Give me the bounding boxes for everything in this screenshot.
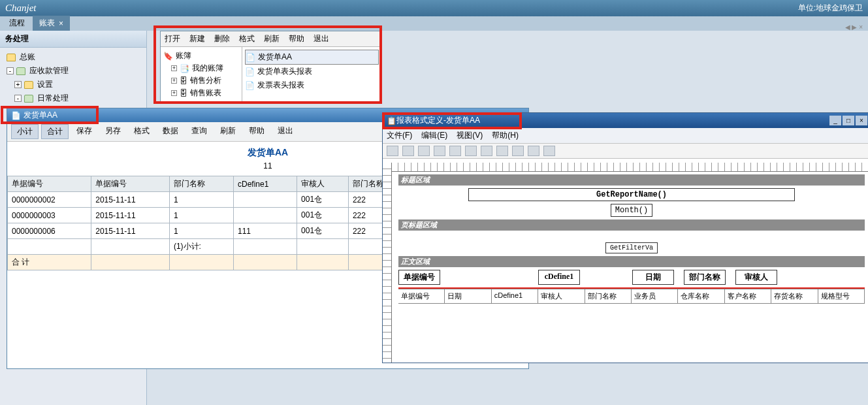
menu-file[interactable]: 文件(F) bbox=[387, 130, 412, 141]
tool-icon[interactable] bbox=[496, 146, 508, 156]
tree-item[interactable]: +📑我的账簿 bbox=[163, 62, 239, 74]
vertical-ruler bbox=[383, 163, 392, 363]
col-header[interactable]: 部门名称 bbox=[169, 176, 233, 192]
data-col: 仓库名称 bbox=[678, 289, 724, 303]
menu-help[interactable]: 帮助(H) bbox=[492, 130, 519, 141]
save-icon[interactable] bbox=[387, 146, 398, 156]
tool-icon[interactable] bbox=[512, 146, 524, 156]
paste-icon[interactable] bbox=[418, 146, 430, 156]
section-title: 标题区域 bbox=[398, 174, 865, 186]
menu-view[interactable]: 视图(V) bbox=[457, 130, 483, 141]
menu-edit[interactable]: 编辑(E) bbox=[421, 130, 447, 141]
data-col: cDefine1 bbox=[492, 289, 538, 303]
menu-refresh[interactable]: 刷新 bbox=[264, 33, 280, 44]
tb-data[interactable]: 数据 bbox=[157, 124, 184, 139]
book-list: 📄发货单AA 📄发货单表头报表 📄发票表头报表 bbox=[242, 47, 381, 102]
tb-exit[interactable]: 退出 bbox=[272, 124, 298, 139]
header-field[interactable]: 日期 bbox=[632, 270, 674, 285]
tool-icon[interactable] bbox=[465, 146, 477, 156]
tool-icon[interactable] bbox=[528, 146, 539, 156]
close-icon[interactable]: × bbox=[856, 116, 867, 125]
section-pagehead: 页标题区域 bbox=[398, 219, 865, 231]
format-window: 📋 报表格式定义-发货单AA _ □ × 文件(F) 编辑(E) 视图(V) 帮… bbox=[382, 112, 868, 363]
data-col: 规格型号 bbox=[818, 289, 865, 303]
tool-icon[interactable] bbox=[543, 146, 555, 156]
col-header[interactable]: cDefine1 bbox=[234, 176, 297, 192]
maximize-icon[interactable]: □ bbox=[843, 116, 854, 125]
tb-help[interactable]: 帮助 bbox=[244, 124, 270, 139]
field-reportname[interactable]: GetReportName() bbox=[468, 188, 795, 201]
field-month[interactable]: Month() bbox=[611, 204, 652, 217]
tab-report[interactable]: 账表 × bbox=[33, 16, 70, 31]
col-header[interactable]: 单据编号 bbox=[91, 176, 170, 192]
main-tabstrip: 流程 账表 × ◀ ▶ × bbox=[0, 16, 868, 31]
app-titlebar: Chanjet 单位:地球金鸡保卫 bbox=[0, 0, 868, 16]
book-tree: 🔖账簿 +📑我的账簿 +🗄销售分析 +🗄销售账表 bbox=[161, 47, 242, 102]
header-field[interactable]: 单据编号 bbox=[398, 270, 440, 285]
tree-root[interactable]: 🔖账簿 bbox=[163, 50, 239, 62]
sidebar-header: 务处理 bbox=[0, 31, 146, 48]
menu-help[interactable]: 帮助 bbox=[289, 33, 304, 44]
menu-format[interactable]: 格式 bbox=[239, 33, 255, 44]
main-area: 打开 新建 删除 格式 刷新 帮助 退出 🔖账簿 +📑我的账簿 +🗄销售分析 +… bbox=[147, 31, 868, 405]
tb-save[interactable]: 保存 bbox=[71, 124, 97, 139]
col-header[interactable]: 审核人 bbox=[297, 176, 349, 192]
tool-icon[interactable] bbox=[449, 146, 461, 156]
tab-flow[interactable]: 流程 bbox=[3, 16, 31, 31]
sidebar-item[interactable]: -日常处理 bbox=[0, 91, 146, 105]
tool-icon[interactable] bbox=[481, 146, 492, 156]
section-body: 正文区域 bbox=[398, 256, 865, 267]
data-col: 部门名称 bbox=[585, 289, 632, 303]
header-field[interactable]: cDefine1 bbox=[538, 270, 580, 285]
sidebar-item[interactable]: 总账 bbox=[0, 50, 146, 64]
menu-exit[interactable]: 退出 bbox=[313, 33, 329, 44]
menu-new[interactable]: 新建 bbox=[189, 33, 205, 44]
list-item-selected[interactable]: 📄发货单AA bbox=[245, 50, 379, 65]
book-menu: 打开 新建 删除 格式 刷新 帮助 退出 bbox=[161, 31, 381, 47]
header-field[interactable]: 部门名称 bbox=[684, 270, 726, 285]
tree-item[interactable]: +🗄销售账表 bbox=[163, 87, 239, 99]
close-icon[interactable]: × bbox=[59, 19, 63, 28]
horizontal-ruler bbox=[392, 163, 868, 172]
menu-open[interactable]: 打开 bbox=[165, 33, 180, 44]
col-header[interactable]: 单据编号 bbox=[8, 176, 91, 192]
icon-toolbar bbox=[383, 144, 868, 159]
tabstrip-controls[interactable]: ◀ ▶ × bbox=[845, 24, 868, 31]
data-columns: 单据编号日期cDefine1审核人部门名称业务员仓库名称客户名称存货名称规格型号 bbox=[398, 289, 865, 304]
unit-label: 单位:地球金鸡保卫 bbox=[798, 3, 863, 14]
tool-icon[interactable] bbox=[434, 146, 445, 156]
data-col: 存货名称 bbox=[771, 289, 818, 303]
menu-delete[interactable]: 删除 bbox=[214, 33, 230, 44]
tb-refresh[interactable]: 刷新 bbox=[215, 124, 241, 139]
tb-format[interactable]: 格式 bbox=[129, 124, 155, 139]
tb-saveas[interactable]: 另存 bbox=[100, 124, 126, 139]
field-filter[interactable]: GetFilterVa bbox=[605, 242, 658, 253]
data-col: 单据编号 bbox=[398, 289, 445, 303]
tb-query[interactable]: 查询 bbox=[186, 124, 212, 139]
sidebar-item[interactable]: +设置 bbox=[0, 78, 146, 91]
book-panel: 打开 新建 删除 格式 刷新 帮助 退出 🔖账簿 +📑我的账簿 +🗄销售分析 +… bbox=[160, 31, 382, 103]
sidebar-item[interactable]: -应收款管理 bbox=[0, 64, 146, 78]
list-item[interactable]: 📄发货单表头报表 bbox=[245, 65, 379, 78]
data-col: 日期 bbox=[445, 289, 491, 303]
menubar: 文件(F) 编辑(E) 视图(V) 帮助(H) bbox=[383, 128, 868, 144]
list-item[interactable]: 📄发票表头报表 bbox=[245, 78, 379, 92]
data-col: 审核人 bbox=[538, 289, 585, 303]
copy-icon[interactable] bbox=[402, 146, 414, 156]
tb-subtotal[interactable]: 小计 bbox=[11, 124, 39, 139]
brand-logo: Chanjet bbox=[5, 3, 37, 14]
minimize-icon[interactable]: _ bbox=[829, 116, 841, 125]
data-col: 业务员 bbox=[632, 289, 678, 303]
header-field[interactable]: 审核人 bbox=[735, 270, 777, 285]
window-title[interactable]: 📋 报表格式定义-发货单AA _ □ × bbox=[383, 113, 868, 128]
tb-total[interactable]: 合计 bbox=[41, 124, 69, 139]
data-col: 客户名称 bbox=[725, 289, 771, 303]
tree-item[interactable]: +🗄销售分析 bbox=[163, 74, 239, 87]
